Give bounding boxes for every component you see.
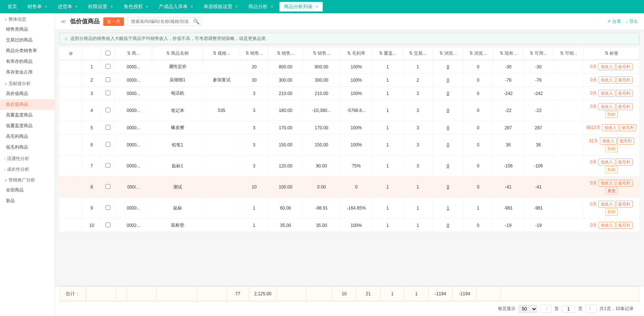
total-browse1: 1 [380,288,405,300]
cell-trade: 3 [403,121,433,135]
product-tag: 低收入 [598,159,615,166]
nav-tab-home[interactable]: 首页 [3,2,21,11]
nav-tab-sales[interactable]: 销售单 × [23,2,52,11]
nav-tab-purchase[interactable]: 进货单 × [53,2,82,11]
col-header-code[interactable]: ⇅ 商... [115,47,152,60]
nav-tab-product[interactable]: 产成品入库单 × [154,2,198,11]
sidebar-item-inventory-capital[interactable]: 库存资金占用 [0,67,54,78]
row-checkbox[interactable] [105,205,110,210]
col-header-cover[interactable]: ⇅ 覆盖... [373,47,403,60]
content-area: ≪ 低价值商品 近一月 🔍 ↗ 分享 ↓ 导出 ☆ 这部分商品的销售收入大幅 [55,13,644,316]
col-header-available[interactable]: ⇅ 可用... [523,47,553,60]
sidebar-section-overall[interactable]: ∨ 整体信息 [0,13,54,24]
cell-browse2: 0 [463,156,493,177]
page-title: 低价值商品 [70,18,100,26]
row-checkbox[interactable] [105,222,110,227]
sidebar-item-sales-products[interactable]: 销售类商品 [0,24,54,35]
nav-tab-analysis-list[interactable]: 商品分析列表 × [279,2,323,11]
sidebar-section-marketing[interactable]: ∨ 营销推广分析 [0,174,54,185]
browse-link[interactable]: 1 [447,205,449,211]
col-header-saleable[interactable]: ⇅ 可销... [553,47,583,60]
cell-spec [203,87,240,100]
cell-check[interactable] [101,87,115,100]
next-page-btn[interactable]: 〉 [586,305,597,313]
cell-name: 鼠标1 [152,156,203,177]
col-header-current[interactable]: ⇅ 现有... [493,47,523,60]
nav-tab-permission[interactable]: 权限设置 × [84,2,117,11]
col-header-sale-qty[interactable]: ⇅ 销售... [240,47,268,60]
export-btn[interactable]: ↓ 导出 [625,18,638,25]
page-input[interactable] [562,305,575,313]
row-checkbox[interactable] [105,64,110,69]
row-checkbox[interactable] [105,77,110,82]
sidebar-item-traded-products[interactable]: 交易过的商品 [0,35,54,45]
select-all-checkbox[interactable] [105,51,110,55]
filter-recent-month-btn[interactable]: 近一月 [103,17,124,26]
row-checkbox[interactable] [105,163,110,168]
cell-code: 0000... [115,135,152,156]
browse-link[interactable]: 0 [447,163,449,169]
sidebar-item-new-products[interactable]: 新品 [0,196,54,206]
cell-check[interactable] [101,135,115,156]
nav-tab-role[interactable]: 角色授权 × [119,2,153,11]
col-header-settings[interactable]: ⚙ [59,47,83,60]
sidebar-item-low-value[interactable]: 低价值商品 [0,99,54,110]
sidebar-section-contribution[interactable]: ∨ 贡献值分析 [0,78,54,88]
content-header: ≪ 低价值商品 近一月 🔍 ↗ 分享 ↓ 导出 [55,13,644,30]
cell-check[interactable] [101,60,115,74]
row-checkbox[interactable] [105,91,110,95]
sidebar-collapse-btn[interactable]: ≪ [61,18,66,24]
col-header-margin[interactable]: ⇅ 毛利率 [340,47,373,60]
sidebar-item-high-coverage[interactable]: 高覆盖度商品 [0,110,54,120]
sidebar-section-growth[interactable]: › 成长性分析 [0,163,54,174]
col-header-trade[interactable]: ⇅ 交易... [403,47,433,60]
browse-link[interactable]: 0 [447,223,449,228]
first-page-btn[interactable]: 〈 [540,305,551,313]
browse-link[interactable]: 0 [447,142,449,147]
cell-available: 287 [523,121,553,135]
browse-link[interactable]: 0 [447,64,449,69]
col-header-sale-amt[interactable]: ⇅ 销售... [268,47,303,60]
browse-link[interactable]: 0 [447,91,449,96]
nav-tab-template[interactable]: 单据模板设置 × [199,2,242,11]
cell-idx: 8 [83,177,101,198]
cell-check[interactable] [101,198,115,219]
sidebar-item-in-stock[interactable]: 有库存的商品 [0,56,54,67]
per-page-select[interactable]: 50 100 [519,305,537,313]
row-checkbox[interactable] [105,184,110,189]
nav-tab-analysis[interactable]: 商品分析 × [244,2,278,11]
sidebar-item-low-coverage[interactable]: 低覆盖度商品 [0,120,54,131]
col-header-check[interactable] [101,47,115,60]
search-icon[interactable]: 🔍 [193,18,199,24]
col-header-browse1[interactable]: ⇅ 浏览... [433,47,463,60]
table-row: 4 0000... 笔记本 535 3 180.00 -10,380... -5… [59,100,640,121]
cell-check[interactable] [101,100,115,121]
col-header-name[interactable]: ⇅ 商品名称 [152,47,203,60]
sidebar-section-circulation[interactable]: › 流通性分析 [0,153,54,163]
col-header-tag[interactable]: ⇅ 标签 [584,47,640,60]
search-input[interactable] [128,17,202,26]
browse-link[interactable]: 0 [447,78,449,83]
col-header-spec[interactable]: ⇅ 规格... [203,47,240,60]
share-btn[interactable]: ↗ 分享 [607,18,621,25]
sidebar-item-low-margin[interactable]: 低毛利商品 [0,142,54,153]
sidebar-item-high-value[interactable]: 高价值商品 [0,88,54,99]
browse-link[interactable]: 0 [447,108,449,113]
cell-check[interactable] [101,156,115,177]
cell-sale-cost: 210.00 [303,87,340,100]
col-header-sale-cost[interactable]: ⇅ 销售... [303,47,340,60]
sidebar-item-high-margin[interactable]: 高毛利商品 [0,131,54,142]
sidebar-item-all-products[interactable]: 全部商品 [0,185,54,196]
row-checkbox[interactable] [105,108,110,112]
row-checkbox[interactable] [105,125,110,130]
col-header-browse2[interactable]: ⇅ 浏览... [463,47,493,60]
cell-check[interactable] [101,74,115,87]
cell-check[interactable] [101,177,115,198]
cell-check[interactable] [101,219,115,232]
cell-idx: 2 [83,74,101,87]
browse-link[interactable]: 0 [447,184,449,190]
row-checkbox[interactable] [105,142,110,147]
sidebar-item-category-rate[interactable]: 商品分类销售率 [0,45,54,56]
cell-check[interactable] [101,121,115,135]
browse-link[interactable]: 0 [447,125,449,130]
